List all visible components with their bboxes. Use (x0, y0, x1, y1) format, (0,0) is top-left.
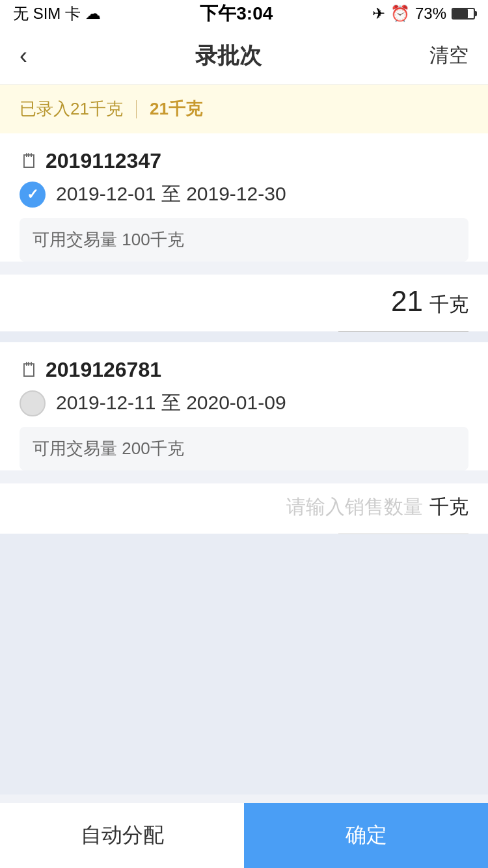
info-banner: 已录入21千克 21千克 (0, 85, 488, 133)
battery-icon (452, 8, 475, 20)
batch-2-radio[interactable] (20, 390, 46, 416)
batch-2-date-row[interactable]: 2019-12-11 至 2020-01-09 (20, 390, 468, 416)
batch-1-dates: 2019-12-01 至 2019-12-30 (56, 181, 286, 208)
page-title: 录批次 (195, 41, 262, 71)
recorded-amount: 21千克 (150, 98, 202, 120)
clear-button[interactable]: 清空 (429, 42, 468, 69)
batch-2-dates: 2019-12-11 至 2020-01-09 (56, 390, 286, 416)
check-icon: ✓ (27, 186, 38, 203)
bottom-bar: 自动分配 确定 (0, 803, 488, 868)
batch-2-avail: 可用交易量 200千克 (20, 427, 468, 470)
batch-2-input-unit: 千克 (429, 494, 468, 521)
batch-1-header: 🗒 2019112347 (20, 149, 468, 173)
batch-1-card: 🗒 2019112347 ✓ 2019-12-01 至 2019-12-30 可… (0, 133, 488, 262)
auto-distribute-button[interactable]: 自动分配 (0, 803, 244, 868)
gray-area (0, 534, 488, 794)
back-button[interactable]: ‹ (20, 42, 27, 70)
status-left: 无 SIM 卡 ☁ (13, 3, 101, 24)
batch-2-card: 🗒 2019126781 2019-12-11 至 2020-01-09 可用交… (0, 342, 488, 470)
nav-bar: ‹ 录批次 清空 (0, 27, 488, 85)
batch-2-input-row: 请输入销售数量 千克 (0, 483, 488, 534)
batch-1-amount-unit: 千克 (429, 292, 468, 318)
location-icon: ✈ (372, 5, 385, 23)
batch-1-id: 2019112347 (46, 149, 161, 173)
banner-divider (136, 100, 137, 118)
batch-2-id: 2019126781 (46, 358, 161, 382)
batch-1-icon: 🗒 (20, 150, 39, 172)
confirm-button[interactable]: 确定 (244, 803, 488, 868)
batch-1-radio[interactable]: ✓ (20, 182, 46, 208)
batch-2-input-placeholder: 请输入销售数量 (286, 494, 423, 521)
recorded-label: 已录入21千克 (20, 98, 123, 120)
sim-label: 无 SIM 卡 ☁ (13, 3, 101, 24)
status-bar: 无 SIM 卡 ☁ 下午3:04 ✈ ⏰ 73% (0, 0, 488, 27)
section-divider (0, 332, 488, 342)
status-time: 下午3:04 (200, 1, 273, 26)
batch-1-avail: 可用交易量 100千克 (20, 218, 468, 262)
batch-2-header: 🗒 2019126781 (20, 358, 468, 382)
batch-1-date-row[interactable]: ✓ 2019-12-01 至 2019-12-30 (20, 181, 468, 208)
batch-2-icon: 🗒 (20, 359, 39, 381)
batch-1-amount-value[interactable]: 21 (391, 285, 423, 318)
status-right: ✈ ⏰ 73% (372, 5, 475, 23)
battery-percent: 73% (415, 5, 446, 23)
alarm-icon: ⏰ (390, 5, 410, 23)
batch-1-amount-row: 21 千克 (0, 275, 488, 331)
